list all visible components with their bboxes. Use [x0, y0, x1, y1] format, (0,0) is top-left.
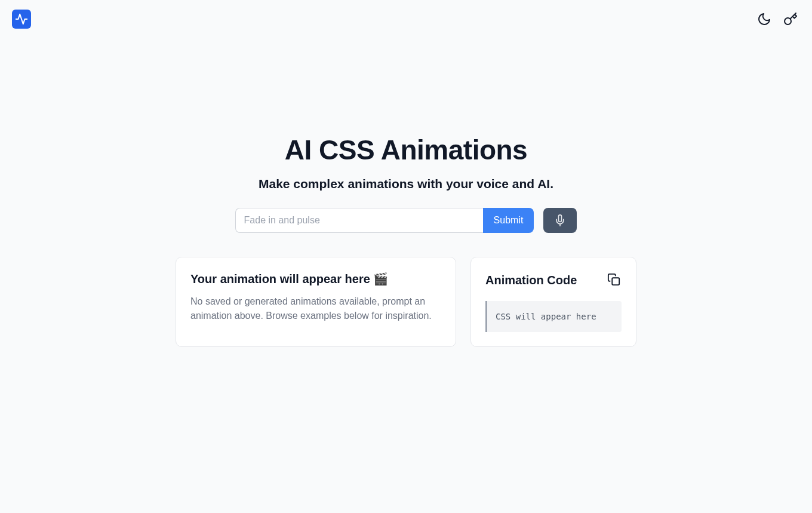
header [0, 0, 812, 38]
code-card-header: Animation Code [485, 272, 622, 289]
animation-preview-card: Your animation will appear here 🎬 No sav… [176, 257, 456, 347]
prompt-input-group: Submit [235, 208, 534, 233]
copy-icon [607, 273, 620, 286]
cards-container: Your animation will appear here 🎬 No sav… [176, 257, 636, 347]
microphone-icon [554, 214, 566, 226]
animation-code-card: Animation Code CSS will appear here [470, 257, 636, 347]
copy-code-button[interactable] [606, 272, 622, 289]
svg-rect-1 [612, 278, 619, 285]
code-card-title: Animation Code [485, 274, 577, 287]
preview-card-description: No saved or generated animations availab… [190, 294, 441, 323]
page-subtitle: Make complex animations with your voice … [259, 177, 553, 191]
dark-mode-toggle[interactable] [755, 10, 774, 29]
api-key-button[interactable] [781, 10, 800, 29]
voice-input-button[interactable] [543, 208, 577, 233]
activity-icon [15, 13, 28, 26]
code-output: CSS will appear here [485, 301, 622, 332]
main-content: AI CSS Animations Make complex animation… [0, 38, 812, 347]
page-title: AI CSS Animations [285, 134, 527, 166]
prompt-row: Submit [235, 208, 577, 233]
moon-icon [757, 12, 771, 26]
key-icon [783, 12, 798, 26]
header-actions [755, 10, 800, 29]
app-logo[interactable] [12, 10, 31, 29]
prompt-input[interactable] [235, 208, 483, 233]
submit-button[interactable]: Submit [483, 208, 534, 233]
preview-card-title: Your animation will appear here 🎬 [190, 272, 441, 286]
